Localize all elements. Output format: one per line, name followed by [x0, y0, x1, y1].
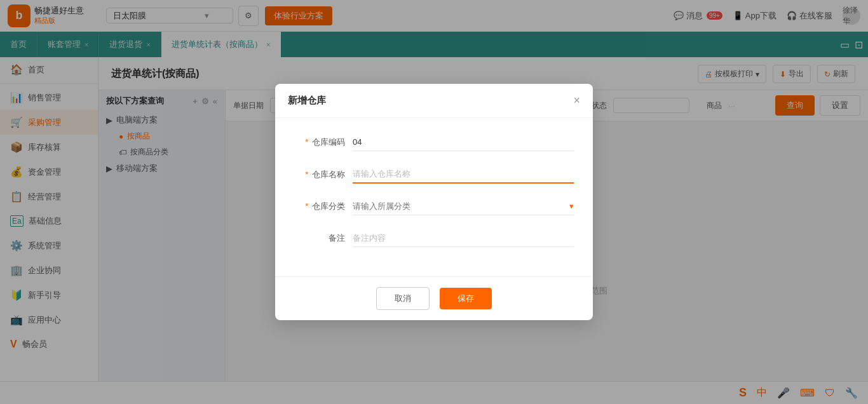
- remark-label: 备注: [294, 232, 345, 244]
- form-row-remark: 备注: [294, 229, 574, 247]
- modal-header: 新增仓库 ×: [275, 84, 593, 118]
- category-dropdown-icon: ▾: [569, 201, 574, 211]
- category-label: * 仓库分类: [294, 201, 345, 212]
- cancel-button[interactable]: 取消: [376, 287, 430, 310]
- code-label: * 仓库编码: [294, 137, 345, 148]
- modal-body: * 仓库编码 * 仓库名称 * 仓库分类: [275, 118, 593, 276]
- form-row-code: * 仓库编码: [294, 133, 574, 151]
- modal-footer: 取消 保存: [275, 276, 593, 320]
- category-select-wrap[interactable]: ▾: [353, 198, 574, 215]
- category-required: *: [305, 201, 308, 211]
- form-row-category: * 仓库分类 ▾: [294, 198, 574, 215]
- modal-close-icon[interactable]: ×: [573, 94, 580, 107]
- category-select-input[interactable]: [353, 201, 569, 211]
- remark-input[interactable]: [353, 229, 574, 247]
- warehouse-code-input[interactable]: [353, 133, 574, 151]
- modal-title: 新增仓库: [288, 95, 326, 107]
- name-required: *: [305, 170, 308, 179]
- name-label: * 仓库名称: [294, 169, 345, 180]
- form-row-name: * 仓库名称: [294, 165, 574, 184]
- save-button[interactable]: 保存: [440, 288, 492, 309]
- new-warehouse-modal: 新增仓库 × * 仓库编码 * 仓库名称: [275, 84, 593, 320]
- code-required: *: [305, 137, 308, 147]
- warehouse-name-input[interactable]: [353, 165, 574, 184]
- modal-overlay[interactable]: 新增仓库 × * 仓库编码 * 仓库名称: [0, 0, 868, 404]
